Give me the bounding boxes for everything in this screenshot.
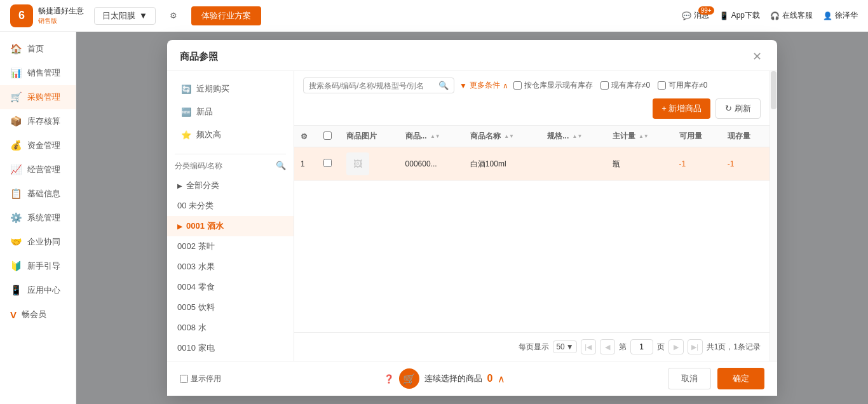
warehouse-filter[interactable]: 按仓库显示现有库存: [513, 80, 593, 91]
table-row[interactable]: 1 🖼 000600...: [294, 147, 770, 181]
col-stock[interactable]: 现存量: [721, 126, 770, 147]
per-page-select[interactable]: 50 ▼: [553, 340, 576, 353]
sidebar-item-system[interactable]: ⚙️ 系统管理: [0, 206, 76, 230]
page-number-input[interactable]: [630, 339, 653, 354]
right-panel: 🔍 ▼ 更多条件 ∧ 按仓库显示现有库存: [294, 71, 770, 361]
product-search-input[interactable]: [309, 81, 436, 90]
left-panel: 🔄 近期购买 🆕 新品 ⭐ 频次高: [167, 71, 294, 361]
star-icon: ⭐: [181, 130, 191, 140]
search-icon[interactable]: 🔍: [438, 81, 449, 90]
last-page-button[interactable]: ▶|: [688, 339, 703, 354]
col-available-label: 可用量: [679, 131, 702, 140]
help-icon[interactable]: ❓: [384, 374, 394, 384]
category-search-input[interactable]: [175, 161, 272, 170]
next-page-button[interactable]: ▶: [668, 339, 684, 354]
col-code[interactable]: 商品... ▲▼: [399, 126, 464, 147]
category-item-0005[interactable]: 0005 饮料: [167, 297, 294, 318]
product-table-area: ⚙ 商品图片 商品... ▲▼ 商品名称: [294, 126, 770, 332]
category-item-0001[interactable]: ▶ 0001 酒水: [167, 216, 294, 236]
recent-buy-button[interactable]: 🔄 近期购买: [175, 79, 286, 99]
sort-name-icon[interactable]: ▲▼: [504, 133, 514, 139]
store-selector[interactable]: 日太阳膜 ▼: [94, 7, 156, 25]
category-item-00[interactable]: 00 未分类: [167, 196, 294, 216]
category-item-0008[interactable]: 0008 水: [167, 318, 294, 338]
sidebar-item-home[interactable]: 🏠 首页: [0, 37, 76, 61]
sidebar-label-inventory: 库存核算: [27, 116, 60, 127]
modal-body: 🔄 近期购买 🆕 新品 ⭐ 频次高: [167, 71, 777, 361]
show-disabled-checkbox[interactable]: [180, 375, 188, 383]
cell-checkbox[interactable]: [317, 147, 340, 181]
category-item-0010[interactable]: 0010 家电: [167, 338, 294, 358]
top-navigation: 6 畅捷通好生意 销售版 日太阳膜 ▼ ⚙ 体验行业方案 💬 消息 99+ 📱 …: [0, 0, 868, 32]
category-item-0003[interactable]: 0003 水果: [167, 257, 294, 277]
category-item-0004[interactable]: 0004 零食: [167, 277, 294, 297]
select-arrow-icon: ▼: [566, 342, 574, 351]
usable-filter[interactable]: 可用库存≠0: [658, 80, 707, 91]
sort-spec-icon[interactable]: ▲▼: [573, 133, 583, 139]
cell-name: 白酒100ml: [464, 147, 541, 181]
add-product-button[interactable]: + 新增商品: [653, 98, 710, 119]
sidebar-item-apps[interactable]: 📱 应用中心: [0, 278, 76, 302]
sidebar-item-sales[interactable]: 📊 销售管理: [0, 61, 76, 85]
logo-text: 畅捷通好生意 销售版: [38, 6, 84, 25]
settings-button[interactable]: ⚙: [163, 6, 184, 26]
usable-checkbox[interactable]: [658, 81, 666, 90]
col-unit[interactable]: 主计量 ▲▼: [606, 126, 673, 147]
more-filter-button[interactable]: ▼ 更多条件 ∧: [459, 80, 508, 91]
refresh-button[interactable]: ↻ 刷新: [715, 98, 761, 119]
first-page-button[interactable]: |◀: [581, 339, 596, 354]
new-product-button[interactable]: 🆕 新品: [175, 102, 286, 122]
sort-code-icon[interactable]: ▲▼: [430, 133, 440, 139]
online-service-button[interactable]: 🎧 在线客服: [770, 10, 813, 21]
sidebar-item-vip[interactable]: V 畅会员: [0, 302, 76, 327]
sidebar-item-inventory[interactable]: 📦 库存核算: [0, 109, 76, 133]
expand-icon-0001: ▶: [177, 223, 182, 230]
col-checkbox[interactable]: [317, 126, 340, 147]
scrollbar[interactable]: [770, 71, 777, 361]
col-name[interactable]: 商品名称 ▲▼: [464, 126, 541, 147]
col-settings[interactable]: ⚙: [294, 126, 317, 147]
sidebar-label-guide: 新手引导: [27, 260, 60, 272]
cell-unit: 瓶: [606, 147, 673, 181]
category-all[interactable]: ▶ 全部分类: [167, 175, 294, 196]
user-profile[interactable]: 👤 徐泽华: [823, 10, 858, 21]
sidebar-label-operations: 经营管理: [27, 164, 60, 175]
sidebar-item-guide[interactable]: 🔰 新手引导: [0, 254, 76, 278]
show-disabled-check[interactable]: 显示停用: [180, 374, 221, 384]
toolbar-right: + 新增商品 ↻ 刷新: [653, 98, 761, 119]
divider: [175, 154, 286, 154]
logo-icon: 6: [10, 4, 33, 27]
col-spec[interactable]: 规格... ▲▼: [541, 126, 606, 147]
prev-page-button[interactable]: ◀: [600, 339, 615, 354]
high-frequency-button[interactable]: ⭐ 频次高: [175, 125, 286, 145]
sidebar-item-purchase[interactable]: 🛒 采购管理: [0, 85, 76, 109]
col-available[interactable]: 可用量: [673, 126, 721, 147]
category-item-0002[interactable]: 0002 茶叶: [167, 236, 294, 257]
scroll-thumb[interactable]: [771, 71, 776, 109]
confirm-button[interactable]: 确定: [717, 368, 764, 389]
trial-button[interactable]: 体验行业方案: [191, 6, 261, 25]
available-filter[interactable]: 现有库存≠0: [600, 80, 650, 91]
app-download-button[interactable]: 📱 App下载: [719, 10, 760, 21]
guide-icon: 🔰: [10, 260, 22, 272]
available-checkbox[interactable]: [600, 81, 609, 90]
category-search-icon[interactable]: 🔍: [276, 161, 286, 170]
store-name: 日太阳膜: [102, 10, 135, 22]
sidebar-item-enterprise[interactable]: 🤝 企业协同: [0, 230, 76, 254]
select-all-checkbox[interactable]: [323, 131, 332, 140]
col-stock-label: 现存量: [728, 131, 750, 140]
row-checkbox[interactable]: [323, 159, 332, 167]
messages-button[interactable]: 💬 消息 99+: [682, 10, 709, 21]
cancel-button[interactable]: 取消: [668, 368, 711, 389]
messages-badge: 99+: [698, 6, 714, 15]
footer-left: 显示停用: [180, 374, 221, 384]
sort-unit-icon[interactable]: ▲▼: [639, 133, 649, 139]
collapse-cart-icon[interactable]: ∧: [498, 373, 505, 385]
sidebar-item-operations[interactable]: 📈 经营管理: [0, 158, 76, 182]
modal-close-button[interactable]: ✕: [749, 49, 764, 64]
sidebar-item-basic-info[interactable]: 📋 基础信息: [0, 182, 76, 206]
sidebar-item-finance[interactable]: 💰 资金管理: [0, 133, 76, 158]
scroll-track: [770, 71, 777, 361]
warehouse-checkbox[interactable]: [513, 81, 522, 90]
cart-icon[interactable]: 🛒: [399, 368, 419, 389]
